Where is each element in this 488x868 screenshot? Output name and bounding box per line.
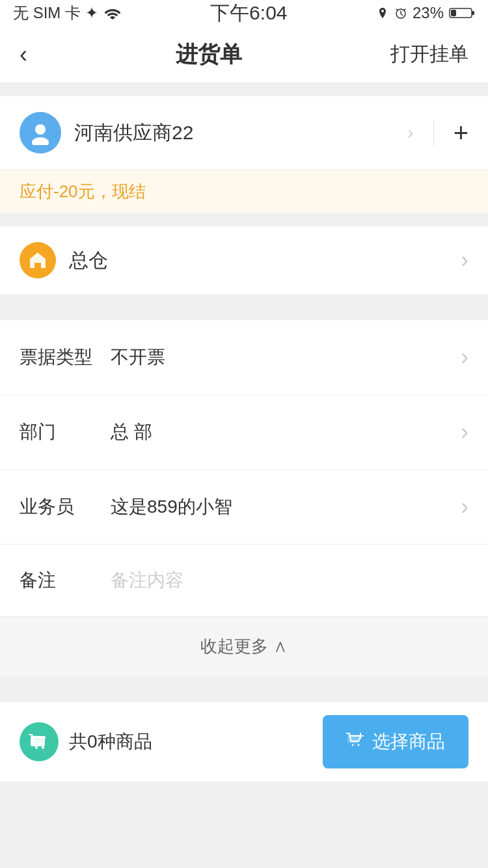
svg-rect-6 (34, 263, 41, 268)
warehouse-row[interactable]: 总仓 (0, 226, 488, 294)
remark-row[interactable]: 备注 备注内容 (0, 545, 488, 616)
salesperson-label: 业务员 (20, 495, 111, 519)
divider (433, 120, 434, 146)
department-label: 部门 (20, 420, 111, 444)
svg-point-5 (32, 137, 49, 145)
battery-text: 23% (413, 4, 444, 22)
open-pending-button[interactable]: 打开挂单 (390, 41, 468, 68)
invoice-type-label: 票据类型 (20, 345, 111, 370)
back-button[interactable]: ‹ (20, 41, 27, 68)
section-gap-1 (0, 83, 488, 96)
nav-bar: ‹ 进货单 打开挂单 (0, 26, 488, 83)
house-icon (27, 250, 48, 271)
section-gap-2 (0, 213, 488, 226)
svg-point-4 (35, 124, 46, 135)
invoice-type-chevron-icon (461, 344, 468, 371)
department-value: 总 部 (111, 420, 461, 444)
alarm-icon (394, 7, 407, 20)
battery-icon (449, 7, 475, 20)
warehouse-chevron-icon (461, 247, 468, 274)
collapse-button[interactable]: 收起更多 ∧ (200, 636, 287, 656)
salesperson-row[interactable]: 业务员 这是859的小智 (0, 470, 488, 545)
status-time: 下午6:04 (210, 0, 287, 27)
cart-add-icon (346, 731, 364, 753)
warehouse-name: 总仓 (69, 247, 461, 274)
page-title: 进货单 (176, 40, 242, 70)
remark-input[interactable]: 备注内容 (111, 568, 468, 593)
rest-area (0, 781, 488, 868)
section-gap-4 (0, 676, 488, 689)
select-product-label: 选择商品 (372, 729, 445, 754)
notice-bar: 应付-20元，现结 (0, 170, 488, 213)
supplier-section: 河南供应商22 › + 应付-20元，现结 (0, 96, 488, 213)
signal-text: 无 SIM 卡 ✦ (13, 3, 98, 23)
status-bar: 无 SIM 卡 ✦ 下午6:04 23% (0, 0, 488, 26)
supplier-row[interactable]: 河南供应商22 › + (0, 96, 488, 170)
warehouse-icon-wrap (20, 242, 56, 278)
salesperson-value: 这是859的小智 (111, 495, 461, 519)
department-chevron-icon (461, 418, 468, 446)
svg-rect-2 (472, 11, 474, 15)
location-icon (376, 7, 389, 20)
cart-icon (28, 731, 50, 753)
salesperson-chevron-icon (461, 493, 468, 521)
svg-rect-3 (451, 10, 456, 16)
collapse-section: 收起更多 ∧ (0, 616, 488, 676)
person-icon (28, 120, 53, 145)
svg-point-8 (35, 746, 38, 749)
svg-point-9 (42, 746, 44, 749)
wifi-icon (103, 7, 122, 20)
supplier-avatar (20, 112, 61, 154)
product-count: 共0种商品 (69, 729, 323, 754)
department-row[interactable]: 部门 总 部 (0, 395, 488, 470)
svg-point-12 (358, 744, 360, 746)
product-icon-wrap (20, 722, 59, 761)
form-section: 票据类型 不开票 部门 总 部 业务员 这是859的小智 备注 备注内容 (0, 320, 488, 616)
remark-label: 备注 (20, 568, 111, 593)
add-button[interactable]: + (454, 118, 468, 148)
product-bar: 共0种商品 选择商品 (0, 702, 488, 781)
supplier-name: 河南供应商22 (74, 120, 407, 146)
section-gap-3 (0, 294, 488, 307)
supplier-chevron-icon: › (407, 122, 413, 143)
status-right: 23% (376, 4, 475, 22)
warehouse-section: 总仓 (0, 226, 488, 294)
select-product-button[interactable]: 选择商品 (323, 715, 468, 768)
invoice-type-value: 不开票 (111, 345, 461, 370)
notice-text: 应付-20元，现结 (20, 182, 146, 201)
invoice-type-row[interactable]: 票据类型 不开票 (0, 320, 488, 395)
select-cart-icon (346, 731, 364, 749)
svg-point-11 (352, 744, 354, 746)
status-left: 无 SIM 卡 ✦ (13, 3, 122, 23)
